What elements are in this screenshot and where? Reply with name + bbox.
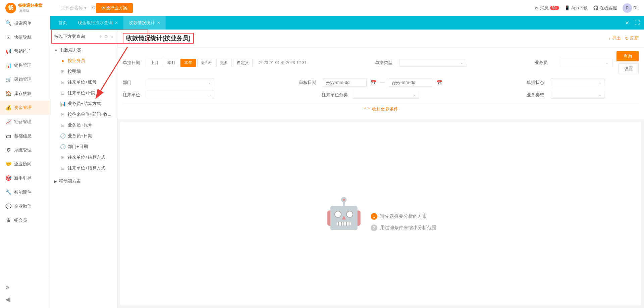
empty-robot-icon: 🤖	[325, 196, 363, 231]
calendar-icon-end[interactable]: 📅	[436, 80, 442, 85]
sidebar-item-base-info[interactable]: 🗃 基础信息	[0, 129, 50, 143]
scheme-item-dept-date[interactable]: 🕐 部门+日期	[50, 141, 117, 152]
marketing-icon: 📢	[5, 48, 11, 54]
scheme-panel-action-group: + ⚙ «	[99, 34, 113, 39]
top-header: 畅 畅捷通好生意 标准版 工作台名称 ▾ ⚙ 体验行业方案 ✉ 消息 99+ 📱…	[0, 0, 644, 16]
tab-receipt-stats[interactable]: 收款情况统计 ✕	[123, 16, 166, 30]
date-btn-last-month[interactable]: 上月	[147, 59, 162, 67]
tab-close-all-icon[interactable]: ✕	[624, 18, 631, 28]
staff-more-icon[interactable]: ···	[606, 60, 609, 65]
bottom-settings-icon: ⚙	[5, 285, 9, 290]
sidebar-bottom: ⚙ ◀‖	[0, 279, 50, 308]
online-service-label: 在线客服	[600, 5, 617, 11]
collapse-label: 收起更多条件	[372, 106, 398, 112]
sidebar-item-marketing[interactable]: 📢 营销推广	[0, 44, 50, 58]
scheme-item-by-staff-label: 按业务员	[68, 58, 85, 64]
base-info-icon: 🗃	[5, 133, 11, 139]
sidebar-item-sales[interactable]: 📊 销售管理	[0, 58, 50, 72]
scheme-item-by-staff[interactable]: ● 按业务员	[50, 55, 117, 66]
sidebar-item-finance[interactable]: 💰 资金管理	[0, 101, 50, 115]
partner-select[interactable]: ···	[147, 91, 214, 99]
export-btn[interactable]: ↑ 导出	[609, 35, 621, 41]
partner-more-icon[interactable]: ···	[207, 92, 211, 97]
tab-resize-icon[interactable]: ⛶	[633, 18, 641, 27]
sidebar-item-search-menu[interactable]: 🔍 搜索菜单	[0, 16, 50, 30]
app-download-btn[interactable]: 📱 App下载	[565, 5, 588, 11]
tab-home[interactable]: 首页	[53, 16, 72, 30]
sidebar-label-purchase: 采购管理	[14, 76, 32, 83]
biz-type-select[interactable]: ⌄	[551, 91, 604, 99]
sidebar-item-purchase[interactable]: 🛒 采购管理	[0, 72, 50, 87]
scheme-settings-btn[interactable]: ⚙	[104, 34, 108, 39]
online-service-btn[interactable]: 🎧 在线客服	[593, 5, 617, 11]
date-btn-this-year[interactable]: 本年	[180, 59, 196, 67]
data-area: 🤖 1 请先选择要分析的方案 2 用过滤条件来缩小分析范围	[120, 122, 641, 305]
date-btn-7days[interactable]: 近7天	[197, 59, 215, 67]
date-btn-custom[interactable]: 自定义	[233, 59, 253, 67]
date-btn-more[interactable]: 更多	[216, 59, 232, 67]
dept-arrow: ⌄	[208, 80, 211, 85]
settings-btn[interactable]: 设置	[619, 63, 639, 74]
workspace-dropdown-icon[interactable]: ▾	[84, 5, 87, 10]
sales-icon: 📊	[5, 62, 11, 68]
trial-btn[interactable]: 体验行业方案	[96, 3, 133, 13]
hint-num-2: 2	[371, 224, 377, 231]
tab-bank-flow[interactable]: 现金银行流水查询 ✕	[72, 16, 123, 30]
scheme-group-mobile-header[interactable]: ▶ 移动端方案	[50, 176, 117, 186]
sidebar-label-hardware: 智能硬件	[14, 189, 32, 195]
scheme-item-partner-settle1[interactable]: ⊞ 往来单位+结算方式	[50, 152, 117, 163]
sidebar-item-member[interactable]: ♛ 畅会员	[0, 213, 50, 227]
user-name: Rit	[633, 5, 639, 10]
collapse-bar[interactable]: ⌃⌃ 收起更多条件	[123, 103, 639, 115]
scheme-item-staff-account[interactable]: ⊟ 业务员+账号	[50, 120, 117, 131]
gear-icon[interactable]: ⚙	[92, 5, 96, 10]
sidebar-item-hardware[interactable]: 🔧 智能硬件	[0, 185, 50, 199]
doc-status-select[interactable]: ⌄	[551, 79, 604, 86]
audit-date-end[interactable]	[389, 78, 432, 87]
tab-bank-flow-close[interactable]: ✕	[115, 20, 118, 25]
scheme-item-partner-settle2[interactable]: ⊟ 往来单位+结算方式	[50, 163, 117, 173]
scheme-item-staff-date[interactable]: 🕐 业务员+日期	[50, 131, 117, 141]
sidebar-item-inventory[interactable]: 🏠 库存核算	[0, 87, 50, 101]
sidebar-bottom-collapse[interactable]: ◀‖	[0, 294, 50, 305]
sidebar-item-wechat[interactable]: 💬 企业微信	[0, 199, 50, 213]
message-badge: 99+	[550, 6, 559, 10]
scheme-item-staff-settle[interactable]: 📊 业务员+结算方式	[50, 98, 117, 109]
empty-hints: 1 请先选择要分析的方案 2 用过滤条件来缩小分析范围	[371, 213, 436, 231]
empty-hint-2: 2 用过滤条件来缩小分析范围	[371, 224, 436, 231]
scheme-item-partner-date[interactable]: ⊟ 往来单位+日期	[50, 88, 117, 98]
scheme-item-partner-date-icon: ⊟	[60, 90, 66, 96]
tab-receipt-stats-close[interactable]: ✕	[157, 20, 160, 25]
scheme-add-btn[interactable]: +	[99, 34, 102, 39]
dept-select[interactable]: ⌄	[147, 79, 214, 86]
user-avatar[interactable]: R Rit	[623, 3, 639, 13]
message-btn[interactable]: ✉ 消息 99+	[535, 5, 559, 11]
audit-date-start[interactable]	[323, 78, 367, 87]
scheme-group-desktop-header[interactable]: ▼ 电脑端方案	[50, 45, 117, 55]
wechat-icon: 💬	[5, 203, 11, 209]
sidebar-item-operations[interactable]: 📈 经营管理	[0, 115, 50, 129]
sidebar-bottom-settings[interactable]: ⚙	[0, 282, 50, 294]
sidebar-label-base-info: 基础信息	[14, 133, 32, 139]
query-btn[interactable]: 查询	[616, 51, 639, 61]
refresh-icon: ↻	[625, 36, 629, 41]
scheme-item-by-detail[interactable]: ⊞ 按明细	[50, 66, 117, 77]
doc-type-select[interactable]: ⌄	[399, 59, 466, 67]
sidebar-item-system[interactable]: ⚙ 系统管理	[0, 143, 50, 157]
sidebar-item-corp[interactable]: 🤝 企业协同	[0, 157, 50, 171]
scheme-group-desktop: ▼ 电脑端方案 ● 按业务员 ⊞ 按明细 ⊟ 往来单位+账号	[50, 44, 117, 175]
tab-bar: 首页 现金银行流水查询 ✕ 收款情况统计 ✕ ✕ ⛶	[50, 16, 644, 30]
sidebar-item-quick-nav[interactable]: ⊡ 快捷导航	[0, 30, 50, 44]
sidebar-item-guide[interactable]: 🎯 新手引导	[0, 171, 50, 185]
scheme-item-partner-account[interactable]: ⊟ 往来单位+账号	[50, 77, 117, 88]
partner-category-select[interactable]: ⌄	[352, 91, 419, 99]
filter-row-1: 单据日期 上月 本月 本年 近7天 更多 自定义 2023-01-01 至 20…	[123, 51, 639, 74]
scheme-item-partner-dept[interactable]: ⊟ 按往来单位+部门+收...	[50, 109, 117, 120]
calendar-icon-start[interactable]: 📅	[371, 80, 376, 85]
refresh-btn[interactable]: ↻ 刷新	[625, 35, 639, 41]
scheme-collapse-btn[interactable]: «	[110, 34, 113, 39]
gear-settings[interactable]: ⚙	[92, 5, 96, 10]
date-btn-this-month[interactable]: 本月	[164, 59, 179, 67]
staff-select[interactable]: ···	[559, 59, 612, 67]
message-label: 消息	[540, 5, 549, 11]
